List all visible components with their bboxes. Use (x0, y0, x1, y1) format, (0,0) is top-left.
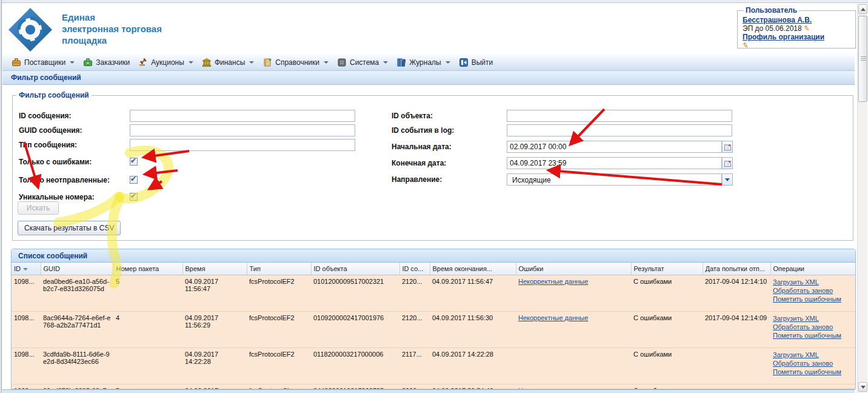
etp-logo-icon (7, 7, 53, 55)
mark-erroneous-link[interactable]: Пометить ошибочным (773, 368, 841, 375)
cell-end-time: 04.09.2017 11:56:30 (430, 311, 516, 348)
user-panel: Пользователь Бесстрашнова А.В. ЭП до 05.… (737, 6, 856, 49)
error-details-link[interactable]: Некорректные данные (518, 278, 588, 285)
message-id-input[interactable] (130, 110, 355, 122)
filter-fieldset: Фильтр сообщений ID сообщения: GUID сооб… (12, 91, 853, 241)
mark-erroneous-link[interactable]: Пометить ошибочным (773, 295, 841, 303)
cell-result: С ошибками (631, 275, 703, 311)
column-header-type[interactable]: Тип (247, 263, 311, 275)
reprocess-link[interactable]: Обработать заново (773, 360, 833, 367)
user-name-link[interactable]: Бесстрашнова А.В. (743, 16, 812, 24)
only-unsent-checkbox[interactable] (130, 176, 138, 184)
start-date-calendar-button[interactable] (722, 141, 733, 153)
reprocess-link[interactable]: Обработать заново (773, 287, 833, 294)
load-xml-link[interactable]: Загрузить XML (773, 278, 819, 286)
brand-line-1: Единая (62, 12, 162, 23)
direction-dropdown-button[interactable] (722, 173, 733, 186)
grid-title: Список сообщений (12, 249, 855, 263)
cell-time: 04.09.2017 14:22:28 (182, 348, 247, 384)
column-header-attempt-date[interactable]: Дата попытки отп... (703, 263, 770, 275)
cell-attempt-date: 2017-09-04 12:14:10 (703, 275, 770, 311)
direction-select[interactable]: Исходящие (507, 173, 722, 186)
mark-erroneous-link[interactable]: Пометить ошибочным (773, 332, 841, 339)
end-date-calendar-button[interactable] (722, 157, 733, 169)
column-header-id[interactable]: ID (12, 263, 41, 275)
filter-legend: Фильтр сообщений (16, 91, 92, 99)
window-left-edge (0, 0, 2, 393)
menu-item-system[interactable]: Система (333, 56, 392, 69)
load-xml-link[interactable]: Загрузить XML (773, 351, 819, 358)
search-button[interactable]: Искать (18, 201, 59, 215)
bottom-edge-strip (2, 389, 855, 393)
message-type-input[interactable] (130, 139, 355, 151)
object-id-input[interactable] (507, 110, 732, 122)
field-label-message-type: Тип сообщения: (19, 141, 77, 149)
menu-item-logout[interactable]: Выйти (455, 56, 498, 69)
menu-item-suppliers[interactable]: Поставщики (7, 56, 79, 69)
scroll-down-button[interactable] (858, 382, 867, 392)
column-header-packet[interactable]: Номер пакета (113, 263, 182, 275)
menu-item-auctions[interactable]: Аукционы (134, 56, 198, 69)
cell-packet: 4 (113, 311, 182, 348)
scroll-up-button[interactable] (858, 4, 867, 14)
table-row[interactable]: 1098... 8ac9644a-7264-e6ef-e768-a2b2a774… (12, 311, 855, 348)
column-header-end-time[interactable]: Время окончания... (430, 263, 516, 275)
auctions-gavel-icon (138, 58, 148, 67)
reprocess-link[interactable]: Обработать заново (773, 323, 833, 331)
column-header-operations[interactable]: Операции (770, 263, 855, 275)
table-row[interactable]: 1098... 3cdfda9b-8111-6d6e-9e2d-8d34f423… (12, 348, 855, 384)
menu-item-finances[interactable]: Финансы (198, 56, 258, 69)
calendar-icon (724, 144, 731, 150)
cell-attempt-date: 2017-09-04 12:14:09 (703, 311, 770, 348)
scrollbar-thumb[interactable] (858, 16, 867, 102)
column-header-id2[interactable]: ID со... (399, 263, 430, 275)
chevron-down-icon (383, 61, 388, 64)
edit-pen-icon[interactable]: ✎ (742, 41, 750, 50)
error-details-link[interactable]: Некорректные данные (518, 314, 588, 321)
menu-label: Справочники (275, 58, 319, 67)
column-header-errors[interactable]: Ошибки (516, 263, 631, 275)
edit-pen-icon[interactable]: ✎ (803, 24, 811, 33)
table-row[interactable]: 1099... 09ad378b-8895-98c7-... 5 04.09.2… (12, 384, 855, 389)
message-guid-input[interactable] (130, 124, 355, 136)
cell-guid: 3cdfda9b-8111-6d6e-9e2d-8d34f423ec66 (41, 348, 113, 384)
log-event-id-input[interactable] (507, 124, 732, 136)
menu-label: Финансы (215, 58, 245, 67)
menu-item-journals[interactable]: Журналы (392, 56, 454, 69)
field-label-message-guid: GUID сообщения: (19, 126, 82, 135)
cell-end-time: 04.09.2017 14:22:28 (430, 348, 516, 384)
arrow-down-icon (861, 386, 866, 389)
column-header-result[interactable]: Результат (631, 263, 703, 275)
cell-result: С ошибками (631, 384, 703, 389)
table-row[interactable]: 1098... dea0bed6-ea10-a56d-b2c7-e831d326… (12, 275, 855, 311)
field-label-start-date: Начальная дата: (392, 143, 452, 151)
chevron-down-icon (446, 61, 450, 64)
chevron-down-icon (249, 61, 254, 64)
vertical-scrollbar[interactable] (857, 4, 867, 393)
unique-numbers-checkbox[interactable] (130, 193, 138, 201)
only-errors-checkbox[interactable] (130, 158, 138, 166)
start-date-input[interactable] (507, 141, 722, 153)
cell-id2: 2120... (399, 275, 430, 311)
org-profile-link[interactable]: Профиль организации (743, 33, 824, 41)
grid-header-row: ID GUID Номер пакета Время Тип ID объект… (12, 263, 855, 275)
menu-item-directories[interactable]: Справочники (258, 56, 333, 69)
cell-packet: 5 (113, 384, 182, 389)
cell-id2: 2120... (399, 311, 430, 348)
menu-item-customers[interactable]: Заказчики (79, 56, 134, 69)
cell-end-time: 04.09.2017 11:56:47 (430, 275, 516, 311)
column-header-time[interactable]: Время (182, 263, 247, 275)
load-xml-link[interactable]: Загрузить XML (773, 315, 819, 322)
column-header-object-id[interactable]: ID объекта (311, 263, 399, 275)
end-date-input[interactable] (507, 157, 722, 169)
suppliers-briefcase-icon (12, 58, 21, 67)
field-label-log-event-id: ID события в log: (392, 126, 454, 135)
brand-line-3: площадка (62, 35, 162, 46)
download-csv-button[interactable]: Скачать результаты в CSV (18, 221, 121, 235)
menu-label: Система (350, 58, 379, 67)
main-menu-bar: Поставщики Заказчики Аукционы Финансы Сп… (2, 53, 855, 71)
system-chip-icon (337, 58, 347, 67)
brand-title: Единая электронная торговая площадка (62, 12, 162, 46)
menu-label: Выйти (472, 58, 493, 67)
column-header-guid[interactable]: GUID (41, 263, 113, 275)
